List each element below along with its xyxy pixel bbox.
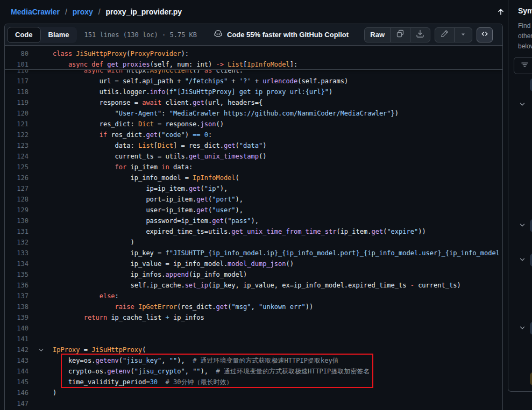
code-line: 123 data: List[Dict] = res_dict.get("dat…	[5, 140, 502, 151]
code-line: 143 key=os.getenv("jisu_key", ""), # 通过环…	[5, 355, 502, 366]
code-line: 142IpProxy = JiSuHttpProxy(	[5, 344, 502, 355]
tab-blame[interactable]: Blame	[41, 27, 77, 43]
symbol-highlight-pill[interactable]	[530, 78, 532, 91]
expander-slot	[33, 226, 53, 237]
line-number[interactable]: 144	[5, 366, 33, 377]
line-number[interactable]: 127	[5, 183, 33, 194]
raw-button[interactable]: Raw	[365, 28, 390, 42]
line-number[interactable]: 134	[5, 258, 33, 269]
expander-slot	[33, 269, 53, 280]
line-number[interactable]: 123	[5, 140, 33, 151]
line-number[interactable]: 142	[5, 344, 33, 355]
expander-slot	[33, 97, 53, 108]
line-number[interactable]: 138	[5, 301, 33, 312]
line-number[interactable]: 129	[5, 205, 33, 215]
code-line: 101 async def get_proxies(self, num: int…	[5, 59, 502, 70]
line-number[interactable]: 131	[5, 226, 33, 237]
line-number[interactable]: 124	[5, 151, 33, 162]
code-line: 121 res_dict: Dict = response.json()	[5, 119, 502, 130]
code-line: 135 ip_infos.append(ip_info_model)	[5, 269, 502, 280]
line-number[interactable]: 117	[5, 76, 33, 87]
line-number[interactable]: 128	[5, 194, 33, 205]
expander-slot	[33, 183, 53, 194]
code-text: if res_dict.get("code") == 0:	[53, 130, 212, 140]
line-number[interactable]: 80	[5, 48, 33, 59]
download-icon	[416, 30, 424, 40]
expander-slot	[33, 162, 53, 172]
chevron-down-icon[interactable]	[519, 256, 526, 263]
code-text: for ip_item in data:	[53, 162, 193, 172]
line-number[interactable]: 141	[5, 334, 33, 344]
symbol-highlight-pill[interactable]	[530, 372, 532, 385]
chevron-down-icon[interactable]	[519, 100, 526, 108]
code-line: 141	[5, 334, 502, 344]
code-text: time_validity_period=30 # 30分钟（最长时效）	[53, 377, 232, 387]
breadcrumb-separator: /	[98, 8, 101, 16]
code-text: class JiSuHttpProxy(ProxyProvider):	[53, 48, 189, 59]
symbol-highlight-pill[interactable]	[530, 219, 532, 232]
tab-code[interactable]: Code	[7, 27, 41, 43]
code-text: current_ts = utils.get_unix_timestamp()	[53, 151, 266, 162]
code-text: )	[53, 237, 134, 248]
breadcrumb-repo-link[interactable]: MediaCrawler	[11, 8, 60, 16]
toolbar-actions: Raw	[364, 27, 493, 42]
breadcrumb-bar: MediaCrawler / proxy / proxy_ip_provider…	[4, 0, 503, 24]
line-number[interactable]: 122	[5, 130, 33, 140]
line-number[interactable]: 140	[5, 323, 33, 334]
edit-dropdown-button[interactable]	[454, 28, 472, 42]
line-number[interactable]: 126	[5, 172, 33, 183]
line-number[interactable]: 132	[5, 237, 33, 248]
line-number[interactable]: 133	[5, 248, 33, 258]
code-line: 80class JiSuHttpProxy(ProxyProvider):	[5, 48, 502, 59]
symbol-highlight-pill[interactable]	[530, 322, 532, 335]
code-line: 131 expired_time_ts=utils.get_unix_time_…	[5, 226, 502, 237]
line-number[interactable]: 120	[5, 108, 33, 119]
code-line: 120 "User-Agent": "MediaCrawler https://…	[5, 108, 502, 119]
code-line: 124 current_ts = utils.get_unix_timestam…	[5, 151, 502, 162]
code-text: user=ip_item.get("user"),	[53, 205, 243, 215]
code-text: raise IpGetError(res_dict.get("msg", "un…	[53, 301, 313, 312]
code-text: ip_infos.append(ip_info_model)	[53, 269, 247, 280]
copy-raw-content-button[interactable]	[390, 28, 410, 42]
chevron-down-icon[interactable]	[519, 221, 526, 229]
line-number[interactable]: 147	[5, 398, 33, 409]
chevron-down-icon[interactable]	[519, 324, 526, 332]
breadcrumb-folder-link[interactable]: proxy	[73, 8, 93, 16]
code-line: 125 for ip_item in data:	[5, 162, 502, 172]
line-number[interactable]: 130	[5, 215, 33, 226]
arrow-up-icon	[496, 8, 505, 16]
symbols-filter-input[interactable]	[514, 57, 532, 74]
code-line: 137 else:	[5, 291, 502, 301]
line-number[interactable]: 121	[5, 119, 33, 130]
code-line: 144 crypto=os.getenv("jisu_crypto", ""),…	[5, 366, 502, 377]
code-text: res_dict: Dict = response.json()	[53, 119, 224, 130]
line-number[interactable]: 119	[5, 97, 33, 108]
caret-down-icon	[460, 30, 466, 40]
line-number[interactable]: 125	[5, 162, 33, 172]
line-number[interactable]: 135	[5, 269, 33, 280]
expander-slot	[33, 76, 53, 87]
symbols-panel-toggle-button[interactable]	[477, 27, 493, 42]
edit-file-button[interactable]	[435, 28, 454, 42]
code-text: utils.logger.info(f"[JiSuHttpProxy] get …	[53, 87, 332, 97]
code-text: else:	[53, 291, 119, 301]
line-number[interactable]: 136	[5, 280, 33, 291]
download-raw-file-button[interactable]	[410, 28, 430, 42]
code-text: password=ip_item.get("pass"),	[53, 215, 259, 226]
line-number[interactable]: 137	[5, 291, 33, 301]
expander-slot	[33, 387, 53, 398]
line-number[interactable]: 146	[5, 387, 33, 398]
code-line: 133 ip_key = f"JISUHTTP_{ip_info_model.i…	[5, 248, 502, 258]
line-number[interactable]: 101	[5, 59, 33, 70]
expander-slot	[33, 323, 53, 334]
line-number[interactable]: 118	[5, 87, 33, 97]
copilot-banner[interactable]: Code 55% faster with GitHub Copilot	[214, 29, 349, 40]
collapse-chevron-icon[interactable]	[33, 344, 53, 355]
code-line: 146)	[5, 387, 502, 398]
line-number[interactable]: 139	[5, 312, 33, 323]
code-text: url = self.api_path + "/fetchips" + '?' …	[53, 76, 348, 87]
symbol-highlight-pill[interactable]	[530, 254, 532, 267]
line-number[interactable]: 143	[5, 355, 33, 366]
line-number[interactable]: 145	[5, 377, 33, 387]
expander-slot	[33, 355, 53, 366]
